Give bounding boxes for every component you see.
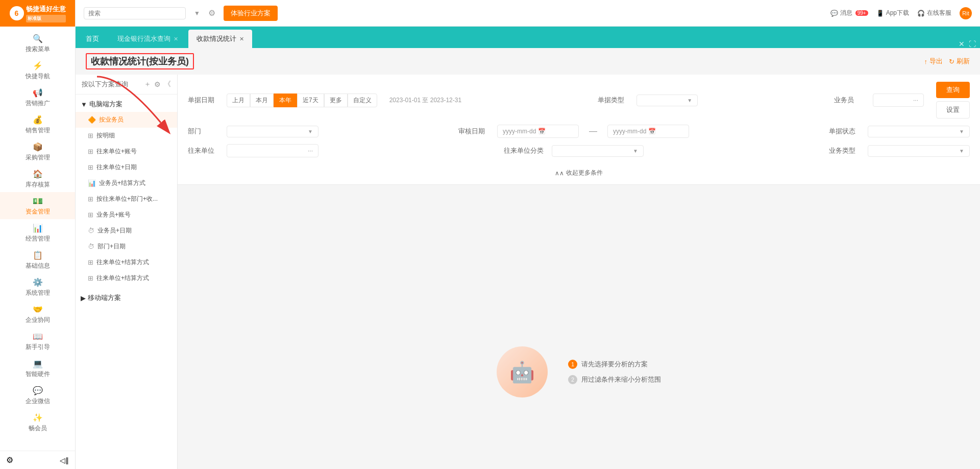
scheme-item-dept-date[interactable]: ⏱ 部门+日期 — [76, 239, 177, 254]
export-btn[interactable]: ↑ 导出 — [924, 57, 943, 66]
operation-icon: 📊 — [33, 223, 43, 233]
calendar-start-icon[interactable]: 📅 — [538, 128, 546, 135]
scheme-item-partner-date[interactable]: ⊞ 往来单位+日期 — [76, 159, 177, 175]
page-content: 收款情况统计(按业务员) ↑ 导出 ↻ 刷新 按以下方案查询 ＋ — [76, 48, 980, 469]
sidebar-item-purchase[interactable]: 📦 采购管理 — [0, 138, 75, 165]
sidebar-item-wechat[interactable]: 💬 企业微信 — [0, 382, 75, 409]
scheme-item-partner-dept[interactable]: ⊞ 按往来单位+部门+收... — [76, 191, 177, 207]
date-tab-custom[interactable]: 自定义 — [348, 93, 377, 107]
date-tab-this-month[interactable]: 本月 — [250, 93, 274, 107]
audit-date-start-text: yyyy-mm-dd — [503, 128, 536, 135]
sidebar-item-member[interactable]: ✨ 畅会员 — [0, 409, 75, 436]
refresh-icon: ↻ — [949, 58, 954, 65]
refresh-btn[interactable]: ↻ 刷新 — [949, 57, 970, 66]
audit-date-start[interactable]: yyyy-mm-dd 📅 — [497, 125, 579, 138]
scheme-item-partner-account[interactable]: ⊞ 往来单位+账号 — [76, 144, 177, 159]
date-tab-last-month[interactable]: 上月 — [227, 93, 250, 107]
right-content: 单据日期 上月 本月 本年 近7天 更多 自定义 2023-01-01 至 20… — [178, 75, 980, 469]
messages-btn[interactable]: 💬 消息 99+ — [830, 9, 868, 17]
partner-date-icon: ⊞ — [88, 163, 93, 171]
scheme-item-by-detail[interactable]: ⊞ 按明细 — [76, 128, 177, 144]
collapse-panel-icon[interactable]: 《 — [164, 80, 171, 89]
tab-home[interactable]: 首页 — [78, 30, 107, 48]
wechat-icon: 💬 — [33, 386, 43, 395]
partner-more-icon[interactable]: ··· — [308, 147, 313, 154]
empty-tip-2: 2 用过滤条件来缩小分析范围 — [568, 375, 661, 384]
avatar: Rit — [960, 7, 972, 19]
settings-scheme-icon[interactable]: ⚙ — [154, 80, 161, 88]
setting-btn[interactable]: 设置 — [936, 101, 970, 119]
enterprise-icon: 🤝 — [33, 304, 43, 314]
add-scheme-icon[interactable]: ＋ — [144, 80, 151, 89]
window-maximize-icon[interactable]: ⛶ — [969, 40, 976, 48]
partner-settle1-icon: ⊞ — [88, 259, 93, 266]
message-icon: 💬 — [830, 10, 838, 17]
partner-category-select[interactable]: ▼ — [552, 145, 644, 157]
salesperson-account-icon: ⊞ — [88, 211, 93, 219]
salesperson-settle-icon: 📊 — [88, 179, 96, 187]
scheme-item-salesperson-settle[interactable]: 📊 业务员+结算方式 — [76, 175, 177, 191]
tab-bar-right: ✕ ⛶ — [959, 40, 980, 48]
business-type-select[interactable]: ▼ — [868, 145, 970, 157]
salesperson-select[interactable]: ··· — [873, 93, 924, 107]
app-download-btn[interactable]: 📱 App下载 — [876, 9, 909, 17]
scheme-item-by-salesperson[interactable]: 🔶 按业务员 — [76, 112, 177, 128]
date-label: 单据日期 — [188, 96, 218, 105]
collapse-btn[interactable]: ∧∧ 收起更多条件 — [555, 169, 603, 177]
empty-tips: 1 请先选择要分析的方案 2 用过滤条件来缩小分析范围 — [568, 360, 661, 384]
partner-select[interactable]: ··· — [227, 144, 318, 157]
chevron-down-icon[interactable]: ▼ — [194, 10, 200, 17]
collapse-up-icon: ∧∧ — [555, 170, 564, 177]
date-tab-this-year[interactable]: 本年 — [274, 93, 297, 107]
filter-row-2: 部门 ▼ 审核日期 yyyy-mm-dd 📅 — y — [188, 125, 970, 138]
query-btn[interactable]: 查询 — [936, 82, 970, 98]
sidebar-item-inventory[interactable]: 🏠 库存核算 — [0, 165, 75, 192]
date-tab-7days[interactable]: 近7天 — [297, 93, 324, 107]
tab-close-bank-flow[interactable]: ✕ — [174, 36, 178, 42]
sidebar-item-operation[interactable]: 📊 经营管理 — [0, 219, 75, 246]
sidebar-item-basic-info[interactable]: 📋 基础信息 — [0, 246, 75, 273]
inventory-icon: 🏠 — [33, 169, 43, 179]
scheme-item-salesperson-date[interactable]: ⏱ 业务员+日期 — [76, 223, 177, 239]
gear-icon[interactable]: ⚙ — [208, 8, 215, 18]
expand-icon: ▼ — [81, 101, 87, 108]
empty-state: 🤖 1 请先选择要分析的方案 2 用过滤条件来缩小分析范围 — [497, 346, 661, 397]
scheme-item-salesperson-account[interactable]: ⊞ 业务员+账号 — [76, 207, 177, 223]
sidebar-item-sales[interactable]: 💰 销售管理 — [0, 111, 75, 138]
scheme-item-partner-settle1[interactable]: ⊞ 往来单位+结算方式 — [76, 254, 177, 270]
scheme-item-partner-settle2[interactable]: ⊞ 往来单位+结算方式 — [76, 270, 177, 286]
hardware-icon: 💻 — [33, 359, 43, 368]
sidebar-item-hardware[interactable]: 💻 智能硬件 — [0, 355, 75, 382]
window-close-icon[interactable]: ✕ — [959, 40, 965, 48]
calendar-end-icon[interactable]: 📅 — [648, 128, 656, 135]
sidebar-item-quick-nav[interactable]: ⚡ 快捷导航 — [0, 57, 75, 84]
basic-info-icon: 📋 — [33, 250, 43, 260]
trial-btn[interactable]: 体验行业方案 — [224, 6, 278, 21]
audit-date-end[interactable]: yyyy-mm-dd 📅 — [607, 125, 689, 138]
sidebar-item-system[interactable]: ⚙️ 系统管理 — [0, 273, 75, 300]
topbar-search-input[interactable] — [84, 7, 186, 19]
tab-close-receipt-stats[interactable]: ✕ — [239, 36, 244, 42]
voucher-status-select[interactable]: ▼ — [868, 126, 970, 137]
dept-select[interactable]: ▼ — [227, 126, 318, 137]
tab-receipt-stats[interactable]: 收款情况统计 ✕ — [188, 30, 252, 48]
settings-icon[interactable]: ⚙ — [6, 455, 13, 465]
salesperson-label: 业务员 — [834, 96, 865, 105]
panel-header-actions: ＋ ⚙ 《 — [144, 80, 171, 89]
salesperson-more-icon[interactable]: ··· — [913, 97, 918, 104]
sidebar-item-enterprise[interactable]: 🤝 企业协同 — [0, 300, 75, 327]
user-avatar[interactable]: Rit — [960, 7, 972, 19]
sidebar-item-finance[interactable]: 💵 资金管理 — [0, 192, 75, 219]
tab-bank-flow[interactable]: 现金银行流水查询 ✕ — [109, 30, 186, 48]
sidebar-item-marketing[interactable]: 📢 营销推广 — [0, 84, 75, 111]
pc-scheme-group-title[interactable]: ▼ 电脑端方案 — [76, 97, 177, 112]
voucher-type-select[interactable]: ▼ — [636, 95, 698, 106]
date-tab-more[interactable]: 更多 — [324, 93, 348, 107]
topbar-right-icons: 💬 消息 99+ 📱 App下载 🎧 在线客服 Rit — [830, 7, 972, 19]
sidebar-item-search[interactable]: 🔍 搜索菜单 — [0, 30, 75, 57]
collapse-sidebar-icon[interactable]: ◁∥ — [60, 456, 69, 464]
online-service-btn[interactable]: 🎧 在线客服 — [917, 9, 951, 17]
mobile-scheme-group-title[interactable]: ▶ 移动端方案 — [76, 290, 177, 306]
voucher-status-label: 单据状态 — [829, 127, 860, 136]
sidebar-item-guide[interactable]: 📖 新手引导 — [0, 327, 75, 355]
